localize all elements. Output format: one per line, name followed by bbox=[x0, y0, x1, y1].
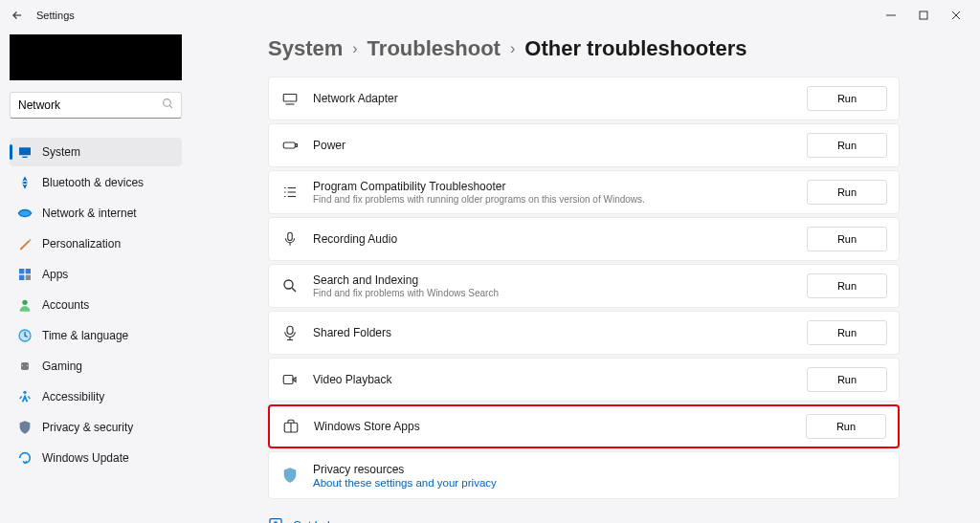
nav-item-accounts[interactable]: Accounts bbox=[10, 291, 182, 319]
troubleshooter-title: Windows Store Apps bbox=[314, 420, 792, 433]
maximize-button[interactable] bbox=[907, 4, 940, 27]
nav-icon bbox=[17, 420, 33, 435]
crumb-troubleshoot[interactable]: Troubleshoot bbox=[368, 36, 501, 61]
run-button[interactable]: Run bbox=[807, 227, 887, 251]
nav-item-system[interactable]: System bbox=[10, 138, 182, 166]
svg-rect-15 bbox=[283, 95, 297, 102]
run-button[interactable]: Run bbox=[807, 180, 887, 205]
crumb-system[interactable]: System bbox=[268, 36, 343, 61]
troubleshooter-icon bbox=[280, 183, 300, 202]
troubleshooter-icon bbox=[280, 323, 300, 342]
nav-label: Network & internet bbox=[42, 207, 137, 220]
chevron-right-icon: › bbox=[352, 40, 357, 57]
privacy-link[interactable]: About these settings and your privacy bbox=[313, 477, 887, 489]
svg-point-4 bbox=[164, 99, 171, 107]
chevron-right-icon: › bbox=[510, 40, 515, 57]
nav-item-privacy-security[interactable]: Privacy & security bbox=[10, 413, 182, 442]
nav-item-bluetooth-devices[interactable]: Bluetooth & devices bbox=[10, 168, 182, 197]
troubleshooter-item: Recording AudioRun bbox=[268, 217, 900, 261]
nav-label: Windows Update bbox=[42, 451, 129, 465]
svg-rect-7 bbox=[22, 157, 27, 158]
svg-point-12 bbox=[22, 300, 27, 305]
svg-rect-18 bbox=[296, 144, 298, 147]
main-panel: System › Troubleshoot › Other troublesho… bbox=[191, 31, 980, 523]
troubleshooter-item: Shared FoldersRun bbox=[268, 311, 900, 355]
troubleshooter-item: Windows Store AppsRun bbox=[268, 404, 900, 448]
nav-item-windows-update[interactable]: Windows Update bbox=[10, 444, 182, 472]
nav-icon bbox=[17, 297, 33, 313]
run-button[interactable]: Run bbox=[807, 320, 887, 345]
svg-line-28 bbox=[292, 288, 296, 292]
get-help-link[interactable]: Get help bbox=[268, 516, 942, 523]
troubleshooter-icon bbox=[280, 89, 300, 108]
nav-icon bbox=[17, 236, 33, 251]
search-icon bbox=[162, 98, 174, 113]
crumb-current: Other troubleshooters bbox=[524, 36, 746, 61]
svg-rect-29 bbox=[287, 326, 293, 334]
nav-icon bbox=[17, 450, 33, 466]
privacy-title: Privacy resources bbox=[313, 463, 887, 476]
run-button[interactable]: Run bbox=[807, 273, 887, 298]
nav-icon bbox=[17, 267, 33, 282]
svg-rect-32 bbox=[283, 376, 293, 384]
search-input[interactable] bbox=[18, 98, 162, 112]
troubleshooter-icon bbox=[280, 136, 300, 155]
svg-rect-1 bbox=[920, 11, 927, 19]
nav-label: Personalization bbox=[42, 237, 121, 251]
nav-label: Apps bbox=[42, 268, 68, 281]
troubleshooter-title: Network Adapter bbox=[313, 92, 793, 105]
window-title: Settings bbox=[36, 10, 75, 21]
nav-icon bbox=[17, 206, 33, 221]
troubleshooter-icon bbox=[280, 276, 300, 295]
privacy-resources-item[interactable]: Privacy resources About these settings a… bbox=[268, 451, 900, 499]
run-button[interactable]: Run bbox=[806, 414, 886, 439]
run-button[interactable]: Run bbox=[807, 86, 887, 111]
nav-icon bbox=[17, 175, 33, 190]
troubleshooter-icon bbox=[280, 370, 300, 389]
run-button[interactable]: Run bbox=[807, 133, 887, 158]
nav-item-time-language[interactable]: Time & language bbox=[10, 321, 182, 350]
breadcrumb: System › Troubleshoot › Other troublesho… bbox=[268, 36, 942, 61]
svg-rect-11 bbox=[26, 275, 31, 280]
troubleshooter-title: Search and Indexing bbox=[313, 273, 793, 287]
svg-rect-9 bbox=[26, 269, 31, 273]
nav-list: SystemBluetooth & devicesNetwork & inter… bbox=[10, 138, 182, 472]
nav-item-network-internet[interactable]: Network & internet bbox=[10, 199, 182, 228]
search-field[interactable] bbox=[10, 92, 182, 119]
troubleshooter-title: Video Playback bbox=[313, 373, 793, 386]
close-button[interactable] bbox=[940, 4, 972, 27]
svg-rect-8 bbox=[19, 269, 24, 273]
back-button[interactable] bbox=[8, 6, 27, 25]
nav-label: Gaming bbox=[42, 360, 82, 373]
svg-rect-6 bbox=[19, 147, 31, 155]
nav-item-gaming[interactable]: Gaming bbox=[10, 352, 182, 381]
svg-rect-25 bbox=[288, 232, 293, 240]
troubleshooter-item: PowerRun bbox=[268, 123, 900, 167]
svg-point-27 bbox=[284, 280, 293, 289]
nav-label: Time & language bbox=[42, 329, 128, 342]
help-label: Get help bbox=[293, 519, 336, 524]
help-icon bbox=[268, 516, 283, 523]
troubleshooter-item: Search and IndexingFind and fix problems… bbox=[268, 264, 900, 308]
nav-item-apps[interactable]: Apps bbox=[10, 260, 182, 289]
svg-point-14 bbox=[23, 391, 26, 394]
troubleshooter-title: Power bbox=[313, 139, 793, 152]
troubleshooter-item: Program Compatibility TroubleshooterFind… bbox=[268, 170, 900, 214]
nav-item-accessibility[interactable]: Accessibility bbox=[10, 382, 182, 411]
nav-item-personalization[interactable]: Personalization bbox=[10, 229, 182, 258]
nav-icon bbox=[17, 328, 33, 343]
troubleshooter-item: Video PlaybackRun bbox=[268, 358, 900, 402]
nav-label: System bbox=[42, 145, 80, 159]
troubleshooter-desc: Find and fix problems with running older… bbox=[313, 194, 793, 205]
troubleshooter-desc: Find and fix problems with Windows Searc… bbox=[313, 288, 793, 298]
svg-rect-17 bbox=[283, 142, 295, 148]
run-button[interactable]: Run bbox=[807, 367, 887, 392]
troubleshooter-title: Program Compatibility Troubleshooter bbox=[313, 180, 793, 193]
svg-line-5 bbox=[169, 105, 172, 108]
account-box[interactable] bbox=[10, 34, 182, 80]
sidebar: SystemBluetooth & devicesNetwork & inter… bbox=[0, 31, 191, 523]
nav-label: Privacy & security bbox=[42, 421, 133, 434]
svg-rect-10 bbox=[19, 275, 24, 280]
minimize-button[interactable] bbox=[875, 4, 907, 27]
troubleshooter-icon bbox=[281, 417, 301, 436]
